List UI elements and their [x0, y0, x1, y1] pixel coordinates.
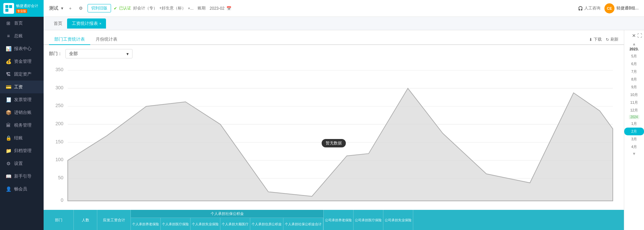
sidebar-item-label: 总账: [14, 33, 23, 39]
tag-more: +...: [188, 6, 194, 11]
main-area: 测试 ▾ ＋ ⚙ 切到旧版 ✔ 已认证 好会计（专） +好生意（标） +... …: [44, 0, 644, 230]
sidebar-item-salary[interactable]: 💳 工资: [0, 81, 44, 93]
svg-rect-2: [5, 9, 8, 12]
settings-gear-icon[interactable]: ⚙: [77, 4, 85, 12]
svg-text:250: 250: [55, 103, 63, 108]
th-group-personal: 个人承担社保公积金 个人承担养老保险 个人承担医疗保险 个人承担失业保险: [131, 210, 324, 230]
salary-icon: 💳: [5, 84, 11, 90]
tab-home[interactable]: 首页: [49, 18, 67, 29]
service-label: 人工咨询: [584, 5, 600, 11]
sidebar-item-guide[interactable]: 📖 新手引导: [0, 170, 44, 183]
sidebar-item-settings[interactable]: ⚙ 设置: [0, 157, 44, 170]
sidebar-item-label: 工资: [14, 84, 23, 90]
svg-text:50: 50: [58, 175, 63, 180]
sidebar-item-label: 固定资产: [14, 71, 32, 77]
switch-version-button[interactable]: 切到旧版: [88, 4, 111, 12]
month-8[interactable]: 8月: [624, 76, 644, 83]
tab-salary-report[interactable]: 工资统计报表 ×: [67, 18, 106, 29]
close-period-icon: 🔒: [5, 135, 11, 141]
subtabs: 部门工资统计表 月份统计表 ⬇ 下载 ↻ 刷新: [44, 30, 624, 45]
month-10[interactable]: 10月: [624, 91, 644, 99]
refresh-label: 刷新: [610, 37, 619, 42]
sidebar-item-label: 资金管理: [14, 58, 32, 64]
user-name[interactable]: 轻捷通B组...: [616, 5, 639, 11]
th-group-title: 个人承担社保公积金: [131, 210, 323, 218]
svg-rect-1: [9, 5, 12, 8]
guide-icon: 📖: [5, 174, 11, 179]
subtabs-left: 部门工资统计表 月份统计表: [49, 34, 123, 44]
month-6[interactable]: 6月: [624, 60, 644, 68]
svg-rect-3: [9, 9, 12, 12]
user-area: CE 轻捷通B组...: [604, 3, 639, 13]
tab-salary-report-label: 工资统计报表: [72, 20, 98, 27]
panel-expand-icon[interactable]: ⛶: [637, 33, 642, 38]
sidebar-item-home[interactable]: ⊞ 首页: [0, 17, 44, 30]
sidebar-item-close[interactable]: 🔒 结账: [0, 132, 44, 144]
logo-icon: [3, 3, 14, 14]
scroll-down-icon[interactable]: ▼: [632, 151, 637, 157]
sidebar: 畅捷通好会计 专业版 ⊞ 首页 ≡ 总账 📊 报表中心 💰 资金管理 🏗 固定资…: [0, 0, 44, 230]
tab-home-label: 首页: [54, 20, 62, 27]
month-3[interactable]: 3月: [624, 135, 644, 143]
th-count: 人数: [74, 210, 97, 230]
sidebar-item-label: 结账: [14, 135, 23, 141]
month-4[interactable]: 4月: [624, 143, 644, 151]
sidebar-item-member[interactable]: 👤 畅会员: [0, 183, 44, 195]
download-icon: ⬇: [589, 37, 592, 42]
sidebar-item-label: 发票管理: [14, 97, 32, 103]
dept-select[interactable]: 全部 ▾: [65, 49, 132, 58]
verified-label: 已认证: [119, 5, 131, 11]
refresh-button[interactable]: ↻ 刷新: [606, 37, 619, 42]
sidebar-item-fund-management[interactable]: 💰 资金管理: [0, 55, 44, 68]
sidebar-item-report-center[interactable]: 📊 报表中心: [0, 42, 44, 55]
tab-close-icon[interactable]: ×: [99, 21, 101, 26]
th-personal-major-medical: 个人承担大额医疗: [220, 218, 250, 230]
month-11[interactable]: 11月: [624, 99, 644, 106]
sidebar-item-tax[interactable]: 🏛 税务管理: [0, 119, 44, 132]
sidebar-item-invoice[interactable]: 🧾 发票管理: [0, 93, 44, 106]
scroll-up-icon[interactable]: ▲: [632, 41, 637, 47]
sidebar-item-fixed-assets[interactable]: 🏗 固定资产: [0, 68, 44, 81]
svg-text:350: 350: [55, 67, 63, 72]
table-header: 部门 人数 应发工资合计 个人承担社保公积金 个人承担养老保险: [44, 210, 624, 230]
human-service-button[interactable]: 🎧 人工咨询: [578, 5, 600, 11]
subtabs-right: ⬇ 下载 ↻ 刷新: [589, 37, 619, 44]
month-5[interactable]: 5月: [624, 52, 644, 60]
avatar: CE: [604, 3, 614, 13]
calendar-icon[interactable]: 📅: [226, 6, 231, 11]
month-1[interactable]: 1月: [624, 120, 644, 128]
topbar: 测试 ▾ ＋ ⚙ 切到旧版 ✔ 已认证 好会计（专） +好生意（标） +... …: [44, 0, 644, 17]
chart-svg: 350 300 250 200 150 100 50 0: [50, 66, 617, 210]
subtab-dept-label: 部门工资统计表: [54, 37, 85, 42]
panel-close-icon[interactable]: ✕: [632, 33, 636, 38]
month-7[interactable]: 7月: [624, 68, 644, 76]
sidebar-item-sales[interactable]: 📦 进销台账: [0, 106, 44, 119]
sidebar-item-general-ledger[interactable]: ≡ 总账: [0, 30, 44, 42]
avatar-initials: CE: [607, 6, 612, 10]
sidebar-item-label: 报表中心: [14, 46, 32, 52]
sidebar-item-label: 归档管理: [14, 148, 32, 154]
archive-icon: 📁: [5, 148, 11, 153]
sidebar-item-label: 首页: [14, 20, 23, 26]
month-9[interactable]: 9月: [624, 83, 644, 91]
download-button[interactable]: ⬇ 下载: [589, 37, 602, 42]
month-12[interactable]: 12月: [624, 106, 644, 114]
add-button[interactable]: ＋: [66, 4, 74, 12]
subtab-dept[interactable]: 部门工资统计表: [49, 34, 90, 45]
company-name: 测试: [49, 5, 58, 11]
assets-icon: 🏗: [5, 72, 11, 77]
month-2-active[interactable]: 2月: [624, 128, 644, 135]
tabbar: 首页 工资统计报表 ×: [44, 17, 644, 30]
topbar-right: 🎧 人工咨询 CE 轻捷通B组...: [578, 3, 639, 13]
th-personal-medical: 个人承担医疗保险: [161, 218, 191, 230]
content-main: 部门工资统计表 月份统计表 ⬇ 下载 ↻ 刷新: [44, 30, 624, 230]
company-dropdown-icon[interactable]: ▾: [61, 6, 63, 11]
panel-controls: ✕ ⛶: [624, 33, 644, 41]
sidebar-item-archive[interactable]: 📁 归档管理: [0, 144, 44, 157]
period-value: 2023-02: [210, 6, 224, 11]
content-area: 部门工资统计表 月份统计表 ⬇ 下载 ↻ 刷新: [44, 30, 644, 230]
subtab-month[interactable]: 月份统计表: [90, 34, 123, 45]
dept-select-value: 全部: [69, 51, 78, 57]
svg-text:300: 300: [55, 85, 63, 90]
year-2024-badge: 2024: [629, 115, 639, 119]
